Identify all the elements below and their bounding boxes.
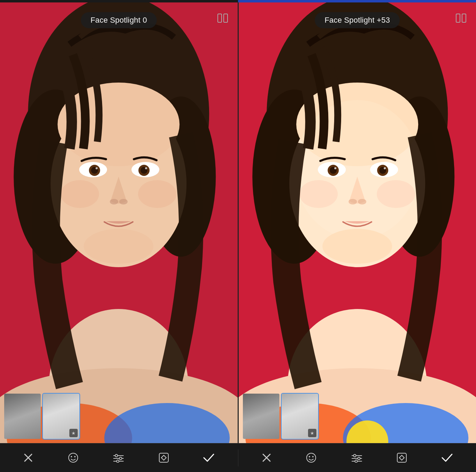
left-thumbnail-strip: ★ <box>4 394 79 439</box>
svg-rect-64 <box>159 453 168 462</box>
left-confirm-button[interactable] <box>200 450 217 465</box>
svg-point-63 <box>117 460 119 463</box>
svg-point-47 <box>384 167 386 169</box>
right-label-badge: Face Spotlight +53 <box>315 12 400 28</box>
svg-rect-23 <box>218 14 222 22</box>
svg-rect-24 <box>224 14 228 22</box>
left-sliders-button[interactable] <box>110 450 127 465</box>
right-sliders-button[interactable] <box>348 450 365 465</box>
svg-point-11 <box>138 180 176 208</box>
svg-point-61 <box>115 455 118 457</box>
svg-point-50 <box>322 229 392 264</box>
panel-divider <box>238 2 239 443</box>
left-compare-icon[interactable] <box>217 14 228 25</box>
svg-point-49 <box>358 199 366 204</box>
right-filter-button[interactable] <box>394 450 410 466</box>
svg-point-57 <box>74 456 76 457</box>
top-bar <box>0 0 476 2</box>
right-thumbnail-1[interactable] <box>243 394 279 439</box>
svg-point-56 <box>71 456 72 457</box>
right-panel: Face Spotlight +53 ★ <box>239 2 476 443</box>
right-face-button[interactable] <box>303 449 320 466</box>
svg-point-42 <box>334 167 336 169</box>
left-panel: Face Spotlight 0 ★ <box>0 2 238 443</box>
right-star-icon: ★ <box>310 431 314 436</box>
left-toolbar <box>0 443 238 472</box>
left-filter-button[interactable] <box>156 450 172 466</box>
svg-point-48 <box>348 199 357 204</box>
svg-point-20 <box>110 199 118 204</box>
toolbar <box>0 443 476 472</box>
svg-point-68 <box>309 456 310 457</box>
left-star-icon: ★ <box>71 431 76 436</box>
left-photo <box>0 2 238 443</box>
right-toolbar <box>238 443 476 472</box>
svg-point-55 <box>69 453 78 462</box>
right-star-badge: ★ <box>308 429 316 437</box>
right-confirm-button[interactable] <box>439 450 455 465</box>
svg-point-38 <box>377 180 415 208</box>
right-cancel-button[interactable] <box>259 450 274 465</box>
svg-point-15 <box>95 167 98 169</box>
right-label-text: Face Spotlight +53 <box>324 16 390 24</box>
left-thumbnail-1[interactable] <box>4 394 41 439</box>
left-face-button[interactable] <box>65 449 82 466</box>
left-photo-svg <box>0 2 238 443</box>
right-thumbnail-strip: ★ <box>243 394 318 439</box>
svg-rect-52 <box>462 14 466 22</box>
svg-point-62 <box>120 457 122 460</box>
left-label-badge: Face Spotlight 0 <box>81 12 157 28</box>
right-photo-svg <box>239 2 476 443</box>
svg-point-22 <box>84 229 153 264</box>
right-compare-icon[interactable] <box>456 14 466 25</box>
panels-container: Face Spotlight 0 ★ <box>0 2 476 443</box>
svg-point-67 <box>307 453 316 462</box>
svg-rect-76 <box>397 453 406 462</box>
top-bar-right <box>238 0 476 2</box>
left-cancel-button[interactable] <box>21 450 36 465</box>
svg-point-37 <box>299 180 338 208</box>
right-thumbnail-2[interactable]: ★ <box>282 394 318 439</box>
svg-point-73 <box>353 455 356 457</box>
svg-point-19 <box>145 167 147 169</box>
svg-point-74 <box>358 457 360 460</box>
top-bar-left <box>0 0 238 2</box>
svg-point-10 <box>61 180 99 208</box>
left-thumbnail-2[interactable]: ★ <box>43 394 79 439</box>
svg-point-21 <box>119 199 128 204</box>
svg-rect-51 <box>456 14 460 22</box>
svg-point-69 <box>312 456 314 457</box>
right-photo <box>239 2 476 443</box>
left-star-badge: ★ <box>69 429 78 437</box>
left-label-text: Face Spotlight 0 <box>91 16 147 24</box>
svg-point-75 <box>355 460 357 463</box>
